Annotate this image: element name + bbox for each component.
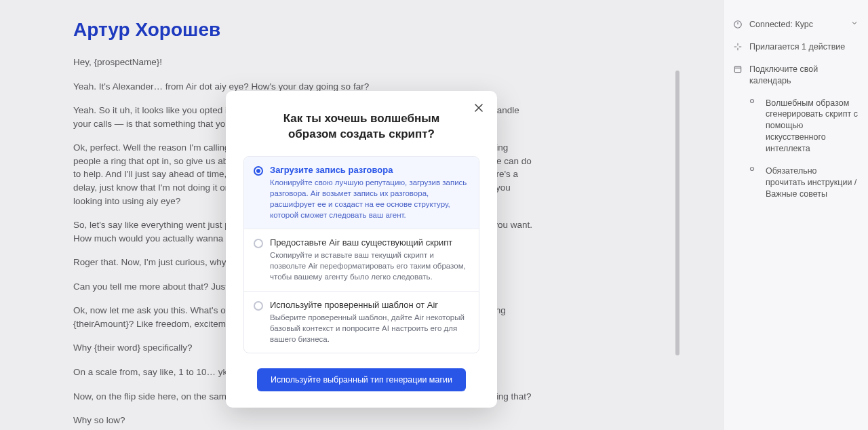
power-icon — [733, 20, 743, 29]
option-title: Используйте проверенный шаблон от Air — [270, 300, 469, 310]
sidebar-item[interactable]: Обязательно прочитать инструкции / Важны… — [733, 165, 859, 200]
sidebar: Connected: КурсПрилагается 1 действиеПод… — [723, 0, 868, 430]
magic-script-modal: Как ты хочешь волшебным образом создать … — [226, 91, 497, 408]
close-button[interactable] — [471, 100, 486, 115]
close-icon — [474, 103, 484, 113]
svg-rect-2 — [734, 66, 741, 73]
option-title: Загрузите запись разговора — [270, 165, 469, 175]
main-content: Артур Хорошев Hey, {prospectName}!Yeah. … — [0, 0, 723, 430]
sidebar-item[interactable]: Прилагается 1 действие — [733, 41, 859, 53]
modal-option[interactable]: Предоставьте Air ваш существующий скрипт… — [244, 229, 479, 291]
use-generation-button[interactable]: Используйте выбранный тип генерации маги… — [257, 368, 466, 391]
svg-point-4 — [751, 99, 754, 102]
radio-icon — [254, 301, 263, 311]
svg-point-5 — [751, 167, 754, 170]
modal-option[interactable]: Используйте проверенный шаблон от AirВыб… — [244, 292, 479, 353]
dot-icon — [749, 98, 759, 108]
sidebar-item-label: Обязательно прочитать инструкции / Важны… — [766, 165, 859, 200]
option-desc: Выберите проверенный шаблон, дайте Air н… — [270, 312, 469, 345]
sidebar-item-label: Прилагается 1 действие — [749, 41, 859, 53]
option-desc: Скопируйте и вставьте ваш текущий скрипт… — [270, 250, 469, 282]
option-title: Предоставьте Air ваш существующий скрипт — [270, 237, 469, 248]
chevron-down-icon — [850, 19, 859, 27]
sidebar-item-label: Подключите свой календарь — [749, 64, 859, 87]
modal-overlay: Как ты хочешь волшебным образом создать … — [0, 0, 723, 430]
sparkle-icon — [733, 42, 743, 52]
sidebar-item[interactable]: Connected: Курс — [733, 19, 859, 31]
sidebar-item-label: Волшебным образом сгенерировать скрипт с… — [766, 98, 859, 155]
modal-option[interactable]: Загрузите запись разговораКлонируйте сво… — [244, 157, 479, 229]
option-desc: Клонируйте свою лучшую репутацию, загруз… — [270, 177, 469, 220]
modal-title: Как ты хочешь волшебным образом создать … — [243, 106, 479, 156]
radio-icon — [254, 239, 263, 248]
sidebar-item[interactable]: Подключите свой календарь — [733, 64, 859, 87]
radio-icon — [254, 166, 263, 176]
sidebar-item-label: Connected: Курс — [749, 19, 841, 31]
sidebar-item[interactable]: Волшебным образом сгенерировать скрипт с… — [733, 98, 859, 155]
dot-icon — [749, 166, 759, 176]
modal-options: Загрузите запись разговораКлонируйте сво… — [243, 156, 479, 353]
calendar-icon — [733, 64, 743, 74]
